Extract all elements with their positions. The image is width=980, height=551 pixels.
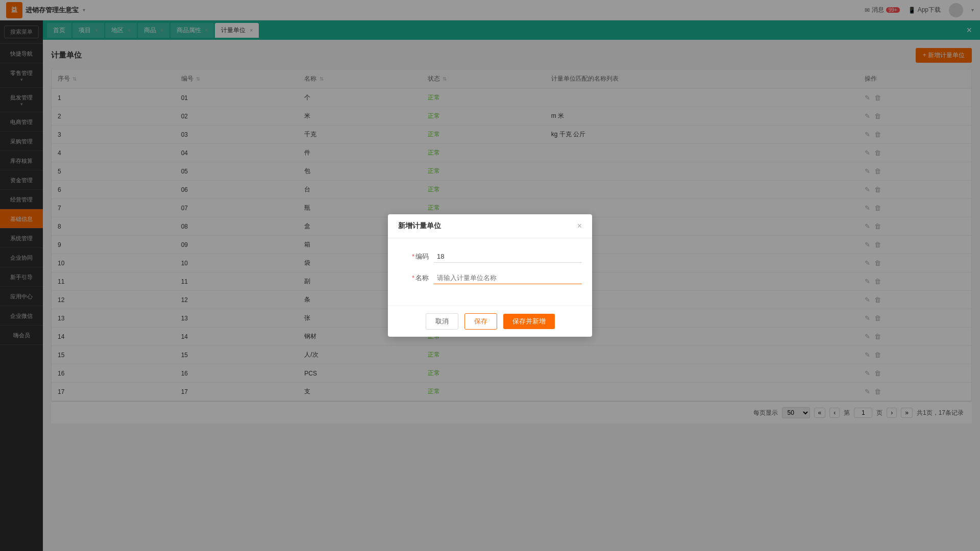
code-required-mark: * [412,253,414,260]
modal-overlay: 新增计量单位 × *编码 *名称 取消 保存 保存并新增 [0,0,980,551]
code-form-row: *编码 [398,251,582,263]
save-button[interactable]: 保存 [464,313,497,330]
save-and-new-button[interactable]: 保存并新增 [503,314,555,329]
name-form-row: *名称 [398,272,582,284]
name-label: *名称 [398,273,429,283]
name-label-text: 名称 [415,274,429,282]
add-measure-unit-modal: 新增计量单位 × *编码 *名称 取消 保存 保存并新增 [388,214,592,337]
code-label: *编码 [398,252,429,261]
name-required-mark: * [412,274,414,282]
modal-footer: 取消 保存 保存并新增 [388,306,592,337]
code-input[interactable] [434,251,582,263]
code-label-text: 编码 [415,253,429,260]
modal-header: 新增计量单位 × [388,214,592,238]
modal-body: *编码 *名称 [388,238,592,306]
cancel-button[interactable]: 取消 [426,313,458,330]
name-input[interactable] [434,272,582,284]
modal-close-button[interactable]: × [577,221,582,231]
modal-title: 新增计量单位 [398,221,441,231]
